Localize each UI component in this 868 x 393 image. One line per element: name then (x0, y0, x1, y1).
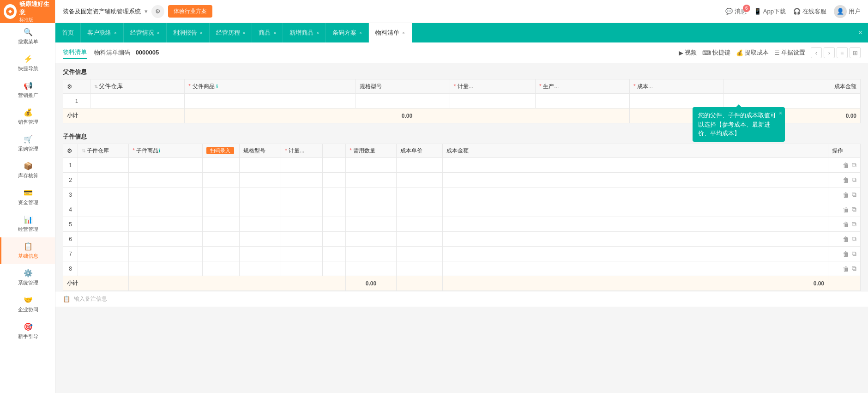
cell-child-unit[interactable] (281, 247, 323, 261)
cell-needed-qty[interactable] (346, 173, 397, 187)
cell-child-goods[interactable] (129, 158, 203, 173)
cell-unit-cost[interactable] (397, 158, 443, 173)
cell-child-spec[interactable] (240, 187, 281, 202)
tab-close-icon[interactable]: × (316, 30, 319, 36)
tab-close-icon[interactable]: × (200, 30, 203, 36)
cell-child-warehouse[interactable] (78, 232, 129, 247)
cell-child-spec[interactable] (240, 173, 281, 187)
sidebar-item-purchase[interactable]: 🛒 采购管理 (0, 130, 55, 157)
delete-icon[interactable]: 🗑 (843, 265, 849, 272)
info-icon[interactable]: ℹ (216, 84, 218, 89)
cell-child-spec[interactable] (240, 217, 281, 232)
delete-icon[interactable]: 🗑 (843, 162, 849, 169)
settings-action[interactable]: ☰ 单据设置 (774, 48, 805, 57)
copy-icon[interactable]: ⧉ (852, 191, 856, 199)
tab-close-icon[interactable]: × (243, 30, 246, 36)
cell-needed-qty[interactable] (346, 187, 397, 202)
shortcut-action[interactable]: ⌨ 快捷键 (702, 48, 730, 57)
sidebar-item-finance[interactable]: 💳 资金管理 (0, 184, 55, 211)
delete-icon[interactable]: 🗑 (843, 206, 849, 213)
sidebar-item-inventory[interactable]: 📦 库存核算 (0, 157, 55, 184)
tab-home[interactable]: 首页 (55, 23, 81, 42)
tab-barcode[interactable]: 条码方案 × (326, 23, 369, 42)
copy-icon[interactable]: ⧉ (852, 235, 856, 243)
cell-warehouse[interactable] (90, 94, 185, 109)
cell-child-goods[interactable] (129, 261, 203, 276)
cell-child-unit[interactable] (281, 187, 323, 202)
delete-icon[interactable]: 🗑 (843, 221, 849, 228)
tab-close-icon[interactable]: × (157, 30, 160, 36)
cell-child-goods[interactable] (129, 217, 203, 232)
tab-bom[interactable]: 物料清单 × (369, 23, 412, 42)
delete-icon[interactable]: 🗑 (843, 176, 849, 184)
tab-customer[interactable]: 客户联络 × (81, 23, 124, 42)
cell-needed-qty[interactable] (346, 202, 397, 217)
close-all-tabs-button[interactable]: × (853, 29, 868, 37)
cell-child-unit[interactable] (281, 158, 323, 173)
delete-icon[interactable]: 🗑 (843, 250, 849, 258)
cell-needed-qty[interactable] (346, 217, 397, 232)
cell-cost[interactable] (629, 94, 723, 109)
cell-spec[interactable] (356, 94, 450, 109)
tab-goods[interactable]: 商品 × (252, 23, 283, 42)
trial-button[interactable]: 体验行业方案 (168, 5, 212, 18)
cell-child-spec[interactable] (240, 232, 281, 247)
topbar-settings-button[interactable]: ⚙ (151, 5, 164, 18)
page-tab-bom[interactable]: 物料清单 (63, 46, 87, 59)
tooltip-close-button[interactable]: × (779, 109, 782, 117)
info-icon2[interactable]: ℹ (158, 148, 160, 153)
cost-action[interactable]: 💰 提取成本 (736, 48, 769, 57)
sidebar-item-search[interactable]: 🔍 搜索菜单 (0, 23, 55, 50)
cell-child-goods[interactable] (129, 187, 203, 202)
app-download-button[interactable]: 📱 App下载 (754, 7, 786, 16)
tab-add-goods[interactable]: 新增商品 × (283, 23, 326, 42)
cell-unit-cost[interactable] (397, 217, 443, 232)
cell-goods[interactable] (185, 94, 356, 109)
sidebar-item-enterprise[interactable]: 🤝 企业协同 (0, 291, 55, 318)
cell-unit-cost[interactable] (397, 187, 443, 202)
sidebar-item-operations[interactable]: 📊 经营管理 (0, 211, 55, 237)
cell-child-goods[interactable] (129, 202, 203, 217)
prev-button[interactable]: ‹ (811, 47, 822, 58)
cell-unit-cost[interactable] (397, 173, 443, 187)
cell-child-spec[interactable] (240, 202, 281, 217)
cell-child-unit[interactable] (281, 173, 323, 187)
message-button[interactable]: 💬 消息 6 (725, 7, 747, 16)
cell-unit[interactable] (450, 94, 535, 109)
copy-icon[interactable]: ⧉ (852, 206, 856, 213)
tab-operations[interactable]: 经营情况 × (124, 23, 167, 42)
user-button[interactable]: 👤 用户 (834, 5, 861, 18)
copy-icon[interactable]: ⧉ (852, 250, 856, 258)
cell-child-warehouse[interactable] (78, 202, 129, 217)
cell-needed-qty[interactable] (346, 261, 397, 276)
view-action[interactable]: ▶ 视频 (679, 48, 697, 57)
tab-close-icon[interactable]: × (273, 30, 276, 36)
tab-close-icon[interactable]: × (402, 30, 405, 36)
list-view-button[interactable]: ≡ (837, 47, 848, 58)
sidebar-item-system[interactable]: ⚙️ 系统管理 (0, 264, 55, 291)
cell-child-warehouse[interactable] (78, 217, 129, 232)
copy-icon[interactable]: ⧉ (852, 265, 856, 272)
cell-child-goods[interactable] (129, 232, 203, 247)
tab-history[interactable]: 经营历程 × (210, 23, 253, 42)
cell-child-spec[interactable] (240, 247, 281, 261)
cell-unit-cost[interactable] (397, 232, 443, 247)
cell-needed-qty[interactable] (346, 158, 397, 173)
cell-child-goods[interactable] (129, 173, 203, 187)
sidebar-item-guide[interactable]: 🎯 新手引导 (0, 318, 55, 345)
online-service-button[interactable]: 🎧 在线客服 (793, 7, 826, 16)
cell-child-warehouse[interactable] (78, 187, 129, 202)
cell-unit-cost[interactable] (397, 202, 443, 217)
cell-child-warehouse[interactable] (78, 247, 129, 261)
cell-child-spec[interactable] (240, 158, 281, 173)
cell-child-unit[interactable] (281, 261, 323, 276)
delete-icon[interactable]: 🗑 (843, 236, 849, 243)
cell-unit-cost[interactable] (397, 247, 443, 261)
cell-child-unit[interactable] (281, 232, 323, 247)
copy-icon[interactable]: ⧉ (852, 220, 856, 228)
tab-close-icon[interactable]: × (359, 30, 362, 36)
topbar-dropdown-arrow[interactable]: ▾ (145, 8, 148, 15)
scan-button[interactable]: 扫码录入 (206, 147, 234, 154)
grid-view-button[interactable]: ⊞ (850, 47, 861, 58)
cell-child-spec[interactable] (240, 261, 281, 276)
